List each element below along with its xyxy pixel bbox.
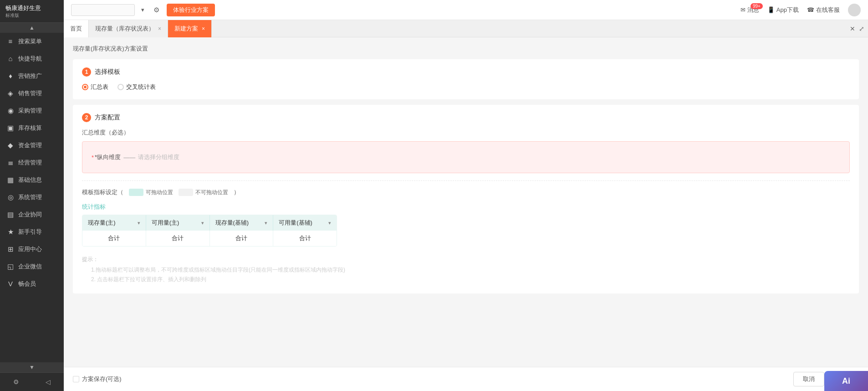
- sidebar-item-inventory[interactable]: ▣ 库存核算: [0, 119, 64, 137]
- sidebar-item-finance[interactable]: ◆ 资金管理: [0, 137, 64, 154]
- step1-card: 1 选择模板 汇总表 交叉统计表: [73, 59, 859, 99]
- inventory-icon: ▣: [6, 124, 15, 132]
- sidebar-label-marketing: 营销推广: [18, 72, 42, 80]
- sidebar-item-purchase[interactable]: ◉ 采购管理: [0, 102, 64, 119]
- topbar-app-download[interactable]: 📱 App下载: [767, 6, 799, 14]
- sidebar-scroll-down[interactable]: ▼: [0, 362, 64, 372]
- save-checkbox-box[interactable]: [73, 376, 79, 382]
- tab-close-all-icon[interactable]: ✕: [850, 25, 855, 32]
- col-available-main[interactable]: 可用量(主) ▾: [146, 215, 210, 231]
- sidebar-menu: ≡ 搜索菜单 ⌂ 快捷导航 ♦ 营销推广 ◈ 销售管理 ◉ 采购管理 ▣ 库存核…: [0, 33, 64, 362]
- col-available-main-label: 可用量(主): [152, 219, 179, 227]
- sidebar-item-newbie[interactable]: ★ 新手引导: [0, 223, 64, 241]
- step1-header: 1 选择模板: [82, 67, 850, 77]
- tab-expand-icon[interactable]: ⤢: [859, 25, 864, 32]
- stats-table: 现存量(主) ▾ 可用量(主) ▾ 现存量(基辅) ▾ 可用量(基辅) ▾: [82, 215, 337, 247]
- sidebar-label-member: 畅会员: [18, 280, 36, 288]
- vertical-dim-dash: ——: [123, 154, 135, 161]
- radio-summary[interactable]: 汇总表: [82, 83, 108, 91]
- sidebar-label-operations: 经营管理: [18, 159, 42, 167]
- tabs-expand-area: ✕ ⤢: [850, 25, 868, 32]
- stats-label: 统计指标: [82, 203, 850, 211]
- indicator-setting: 模板指标设定（ 可拖动位置 不可拖动位置 ）: [82, 188, 850, 196]
- indicator-setting-close: ）: [234, 188, 240, 196]
- sidebar-item-basic[interactable]: ▦ 基础信息: [0, 171, 64, 189]
- app-download-label: App下载: [776, 6, 799, 14]
- tab-new-plan[interactable]: 新建方案 ×: [168, 20, 212, 37]
- vertical-dim-placeholder: 请选择分组维度: [138, 153, 179, 161]
- sidebar-settings-button[interactable]: ⚙: [10, 376, 23, 387]
- service-label: 在线客服: [816, 6, 840, 14]
- topbar-avatar[interactable]: [848, 4, 861, 16]
- col-current-main-chevron[interactable]: ▾: [138, 220, 140, 226]
- topbar-messages[interactable]: ✉ 消息 99+: [740, 6, 759, 14]
- sidebar-item-marketing[interactable]: ♦ 营销推广: [0, 67, 64, 85]
- sidebar-speaker-button[interactable]: ◁: [42, 376, 54, 387]
- tips-text-2: 2. 点击标题栏下拉可设置排序、插入列和删除列: [91, 276, 206, 283]
- radio-cross[interactable]: 交叉统计表: [117, 83, 156, 91]
- stats-table-body: 合计 合计 合计 合计: [82, 231, 337, 246]
- cancel-button[interactable]: 取消: [793, 372, 824, 386]
- stats-table-header: 现存量(主) ▾ 可用量(主) ▾ 现存量(基辅) ▾ 可用量(基辅) ▾: [82, 215, 337, 231]
- tab-inventory-label: 现存量（库存状况表）: [95, 25, 154, 33]
- sidebar-label-finance: 资金管理: [18, 141, 42, 149]
- sidebar-label-apps: 应用中心: [18, 245, 42, 253]
- not-draggable-box: [179, 189, 193, 196]
- tab-home[interactable]: 首页: [64, 20, 89, 37]
- wechat-icon: ◱: [6, 262, 15, 271]
- page-title: 现存量(库存状况表)方案设置: [73, 45, 859, 53]
- sidebar-label-wechat: 企业微信: [18, 262, 42, 271]
- sidebar-scroll-up[interactable]: ▲: [0, 23, 64, 33]
- sidebar-item-sales[interactable]: ◈ 销售管理: [0, 85, 64, 102]
- bottom-bar: 方案保存(可选) 取消 查询: [64, 367, 868, 391]
- newbie-icon: ★: [6, 228, 15, 236]
- tips-text-1: 1.拖动标题栏可以调整布局，不可跨维度或指标区域拖动任目字段(只能在同一维度或指…: [91, 266, 345, 274]
- sidebar-item-operations[interactable]: ≣ 经营管理: [0, 154, 64, 171]
- sidebar-logo-sub: 标准版: [5, 12, 58, 19]
- tab-inventory-close-icon[interactable]: ×: [158, 26, 161, 32]
- col-current-aux[interactable]: 现存量(基辅) ▾: [210, 215, 274, 231]
- sidebar-label-corp: 企业协同: [18, 211, 42, 219]
- topbar-trial-button[interactable]: 体验行业方案: [167, 4, 215, 16]
- sidebar-item-wechat[interactable]: ◱ 企业微信: [0, 258, 64, 275]
- col-available-aux[interactable]: 可用量(基辅) ▾: [273, 215, 337, 231]
- sidebar-bottom: ⚙ ◁: [0, 372, 64, 391]
- sidebar-item-corp[interactable]: ▤ 企业协同: [0, 206, 64, 223]
- vertical-dim-box[interactable]: * *纵向维度 —— 请选择分组维度: [82, 141, 850, 173]
- topbar-dropdown-icon[interactable]: ▾: [139, 5, 146, 14]
- draggable-badge: 可拖动位置: [129, 189, 173, 196]
- col-available-main-chevron[interactable]: ▾: [201, 220, 204, 226]
- indicator-setting-label: 模板指标设定（: [82, 188, 123, 196]
- sidebar-label-system: 系统管理: [18, 193, 42, 201]
- col-available-aux-chevron[interactable]: ▾: [328, 220, 331, 226]
- page-content: 现存量(库存状况表)方案设置 1 选择模板 汇总表 交叉统计表 2: [64, 37, 868, 367]
- tab-inventory-status[interactable]: 现存量（库存状况表） ×: [89, 20, 168, 37]
- topbar-online-service[interactable]: ☎ 在线客服: [807, 6, 840, 14]
- col-current-aux-chevron[interactable]: ▾: [265, 220, 267, 226]
- tab-new-plan-close-icon[interactable]: ×: [202, 26, 205, 32]
- sidebar-label-purchase: 采购管理: [18, 107, 42, 115]
- save-plan-checkbox[interactable]: 方案保存(可选): [73, 375, 122, 383]
- radio-summary-label: 汇总表: [91, 83, 108, 91]
- step2-header: 2 方案配置: [82, 113, 850, 122]
- ai-float-button[interactable]: Ai: [824, 371, 868, 391]
- tips-box: 提示： 1.拖动标题栏可以调整布局，不可跨维度或指标区域拖动任目字段(只能在同一…: [82, 256, 850, 283]
- topbar-gear-icon[interactable]: ⚙: [151, 5, 162, 15]
- finance-icon: ◆: [6, 141, 15, 149]
- apps-icon: ⊞: [6, 245, 15, 253]
- sidebar-item-search[interactable]: ≡ 搜索菜单: [0, 33, 64, 50]
- ai-label: Ai: [842, 376, 850, 386]
- cell-available-main: 合计: [146, 231, 210, 246]
- purchase-icon: ◉: [6, 107, 15, 115]
- section-divider: [82, 180, 850, 181]
- step1-title: 选择模板: [95, 68, 120, 76]
- topbar-search-input[interactable]: [71, 4, 135, 16]
- sidebar-item-apps[interactable]: ⊞ 应用中心: [0, 241, 64, 258]
- sidebar-item-quicknav[interactable]: ⌂ 快捷导航: [0, 50, 64, 67]
- sidebar-item-member[interactable]: V 畅会员: [0, 275, 64, 293]
- message-badge: 99+: [751, 3, 763, 9]
- col-current-main[interactable]: 现存量(主) ▾: [82, 215, 146, 231]
- sidebar-item-system[interactable]: ◎ 系统管理: [0, 189, 64, 206]
- member-icon: V: [6, 280, 15, 288]
- summary-dim-label: 汇总维度（必选）: [82, 129, 850, 137]
